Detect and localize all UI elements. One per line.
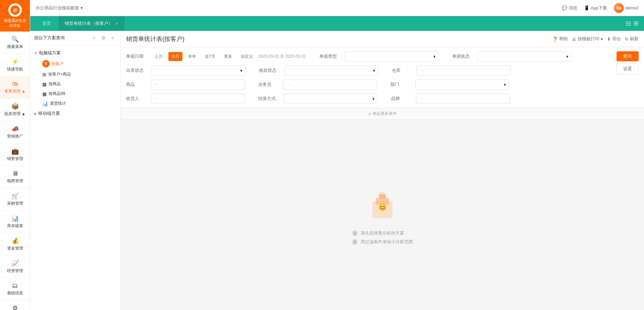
settings-btn[interactable]: 设置 <box>616 63 639 74</box>
industry-name: 办公用品行业模拟账套 <box>36 5 79 11</box>
settings-scheme-btn[interactable]: ⚙ <box>100 34 107 42</box>
filter-row-4: 收货人 ··· 结算方式 ▾ 品牌 ··· <box>126 94 610 104</box>
query-btn[interactable]: 查询 <box>616 51 639 61</box>
tree-node-return-stats[interactable]: 📊 退货统计 <box>38 99 120 108</box>
teal-tabs: 首页 销货单统计表（按客户） × <box>36 16 125 31</box>
left-panel: 按以下方案查询 + ⚙ « ▼ 电脑端方案 客 按客户 ⊞ <box>30 31 121 310</box>
teal-tab-bar: 首页 销货单统计表（按客户） × ⊟ ⊞ <box>30 16 644 31</box>
chart-icon: 📊 <box>42 101 48 106</box>
sidebar-item-sales[interactable]: 💼 销售管理 <box>0 144 30 166</box>
ship-status-label: 出库状态 <box>126 67 144 73</box>
message-btn[interactable]: 💬 消息 <box>562 5 577 11</box>
sidebar-item-purchase[interactable]: 🛒 采购管理 <box>0 188 30 211</box>
tree-node-by-customer-goods[interactable]: ⊞ 按客户+商品 <box>38 69 120 79</box>
warehouse-input[interactable]: ··· <box>417 65 511 75</box>
empty-tips: 1 请先选择要分析的方案 2 用过滤条件来缩小分析范围 <box>352 230 413 245</box>
tab-minimize-icon[interactable]: ⊟ <box>626 20 631 27</box>
svg-text:😊: 😊 <box>378 203 387 211</box>
sidebar-item-inventory[interactable]: 📊 库存核算 <box>0 211 30 233</box>
sidebar-item-operation[interactable]: 📈 经营管理 <box>0 256 30 278</box>
header-left: 办公用品行业模拟账套 ▾ <box>36 5 83 11</box>
date-btn-thisyear[interactable]: 本年 <box>185 52 199 61</box>
tree-node-by-goods99[interactable]: ▦ 按商品99 <box>38 89 120 99</box>
sidebar-item-marketing[interactable]: 📣 营销推广 <box>0 121 30 144</box>
tree-node-desktop[interactable]: ▼ 电脑端方案 <box>30 48 120 58</box>
page-actions: ❓ 帮助 🖨 按模板打印 ▾ ⬇ 导出 ↻ 刷新 <box>552 36 639 42</box>
app-download-btn[interactable]: 📱 App下载 <box>584 5 607 11</box>
sidebar-item-label: 销售管理 <box>7 156 23 162</box>
collapse-label: 收起更多条件 <box>373 111 397 116</box>
logo-text: 畅捷通好生意 标准版 <box>4 18 26 28</box>
sidebar-item-retail[interactable]: 🛍 零售管理 ▲ <box>0 76 30 99</box>
sidebar-item-finance[interactable]: 💰 资金管理 <box>0 233 30 256</box>
order-type-dropdown-icon: ▾ <box>433 54 436 59</box>
desktop-children: 客 按客户 ⊞ 按客户+商品 ▦ 按商品 ▦ 按商品99 <box>30 58 120 108</box>
purchase-icon: 🛒 <box>11 192 19 200</box>
tree-node-mobile[interactable]: ▶ 移动端方案 <box>30 108 120 118</box>
tip-text-1: 请先选择要分析的方案 <box>361 230 404 236</box>
refresh-btn[interactable]: ↻ 刷新 <box>625 36 639 42</box>
wholesale-icon: 📦 <box>11 103 19 110</box>
tip-num-2: 2 <box>352 239 358 245</box>
payment-method-label: 结算方式 <box>258 96 276 102</box>
sidebar-item-ecommerce[interactable]: 🖥 电商管理 <box>0 166 30 188</box>
brand-input[interactable]: ··· <box>416 94 510 104</box>
collapse-bar[interactable]: ∧ 收起更多条件 <box>121 108 644 119</box>
help-btn[interactable]: ❓ 帮助 <box>552 36 568 42</box>
sidebar-item-wholesale[interactable]: 📦 批发管理 ▲ <box>0 99 30 121</box>
tab-home[interactable]: 首页 <box>36 16 58 31</box>
order-status-input[interactable]: ▾ <box>478 51 572 61</box>
refresh-label: 刷新 <box>630 36 639 42</box>
empty-illustration: 😊 <box>362 185 402 225</box>
payment-status-input[interactable]: ▾ <box>284 65 378 75</box>
department-input[interactable]: ▾ <box>415 80 509 90</box>
sidebar: 好 畅捷通好生意 标准版 🔍 搜索菜单 ⚡ 快捷导航 🛍 零售管理 ▲ 📦 批发… <box>0 0 30 310</box>
industry-selector[interactable]: 办公用品行业模拟账套 ▾ <box>36 5 83 11</box>
tab-maximize-icon[interactable]: ⊞ <box>634 20 639 27</box>
return-stats-label: 退货统计 <box>50 101 66 106</box>
date-btn-more[interactable]: 更多 <box>221 52 235 61</box>
collapse-panel-btn[interactable]: « <box>109 34 116 42</box>
dropdown-icon: ▾ <box>80 5 83 10</box>
date-btn-custom[interactable]: 自定义 <box>238 52 256 61</box>
sidebar-item-search[interactable]: 🔍 搜索菜单 <box>0 32 30 54</box>
user-name: demo2 <box>625 5 639 10</box>
expand-arrow-icon: ▼ <box>34 51 38 55</box>
table2-icon: ▦ <box>42 91 47 97</box>
payment-status-dropdown-icon: ▾ <box>373 68 375 73</box>
sidebar-item-label: 零售管理 ▲ <box>4 89 25 94</box>
ship-status-input[interactable]: ▾ <box>152 65 246 75</box>
export-btn[interactable]: ⬇ 导出 <box>607 36 621 42</box>
app-download-label: App下载 <box>591 5 607 11</box>
tab-sales-stats[interactable]: 销货单统计表（按客户） × <box>58 16 125 31</box>
ship-dropdown-icon: ▾ <box>240 68 243 73</box>
table-icon: ▦ <box>42 82 47 87</box>
user-profile[interactable]: Ea demo2 <box>614 3 639 13</box>
page-title: 销货单统计表(按客户) <box>126 35 184 43</box>
sidebar-item-system[interactable]: ⚙ 系统管理 <box>0 300 30 310</box>
date-btn-7days[interactable]: 近7天 <box>202 52 218 61</box>
tab-close-icon[interactable]: × <box>115 21 118 26</box>
grid-icon: ⊞ <box>42 72 46 77</box>
sidebar-item-quicknav[interactable]: ⚡ 快捷导航 <box>0 54 30 76</box>
receiver-input[interactable]: ··· <box>151 94 245 104</box>
receiver-placeholder: ··· <box>154 96 158 102</box>
add-scheme-btn[interactable]: + <box>90 34 98 42</box>
print-dropdown-icon: ▾ <box>601 37 603 42</box>
payment-method-input[interactable]: ▾ <box>284 94 378 104</box>
tree-node-by-customer[interactable]: 客 按客户 <box>38 58 120 69</box>
tree-node-by-goods[interactable]: ▦ 按商品 <box>38 79 120 89</box>
order-type-input[interactable]: ▾ <box>345 51 439 61</box>
date-btn-thismonth[interactable]: 本月 <box>168 52 182 61</box>
help-label: 帮助 <box>559 36 568 42</box>
sidebar-item-label: 快捷导航 <box>7 66 23 72</box>
empty-state: 😊 1 请先选择要分析的方案 2 用过滤条件来缩小分析范围 <box>121 119 644 310</box>
logo-area[interactable]: 好 畅捷通好生意 标准版 <box>0 0 30 32</box>
goods-input[interactable]: ··· <box>151 80 245 90</box>
sidebar-item-basic[interactable]: 🗂 基础信息 <box>0 278 30 300</box>
template-print-btn[interactable]: 🖨 按模板打印 ▾ <box>572 36 603 42</box>
query-buttons: 查询 设置 <box>616 51 639 74</box>
sidebar-item-label: 资金管理 <box>7 246 23 251</box>
date-btn-lastmonth[interactable]: 上月 <box>152 52 166 61</box>
salesperson-input[interactable]: ··· <box>283 80 377 90</box>
